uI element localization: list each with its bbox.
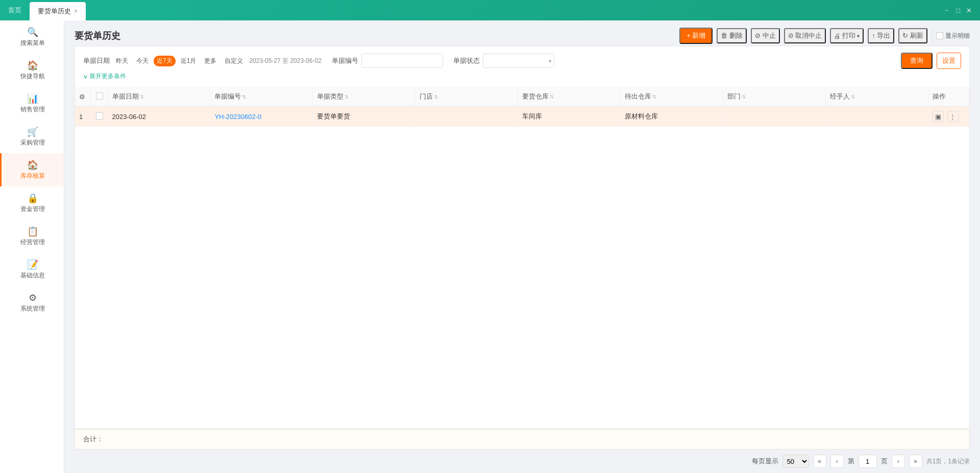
add-button[interactable]: + 新增 [679,28,713,44]
sort-type-icon: ⇅ [345,94,349,100]
main-layout: 🔍 搜索菜单 🏠 快捷导航 📊 销售管理 🛒 采购管理 🏠 库存核算 🔒 资金管… [0,20,980,473]
quick-nav-icon: 🏠 [27,61,38,70]
date-filter-group: 单据日期 昨天 今天 近7天 近1月 更多 自定义 2023-05-27 至 2… [83,56,322,66]
date-btn-today[interactable]: 今天 [133,56,152,66]
expand-more-label: 展开更多条件 [89,72,126,81]
sidebar-item-ops-mgmt[interactable]: 📋 经营管理 [0,220,64,253]
sidebar-item-quick-nav[interactable]: 🏠 快捷导航 [0,54,64,87]
last-page-btn[interactable]: » [909,455,922,468]
row-num: 1 [75,107,91,127]
refresh-button[interactable]: ↻ 刷新 [898,28,927,43]
minimize-btn[interactable]: － [943,6,950,15]
sort-pendwh-icon: ⇅ [652,94,656,100]
row-view-btn[interactable]: ▣ [933,111,944,122]
table-settings-icon[interactable]: ⚙ [79,93,85,101]
row-checkbox[interactable] [96,112,103,120]
display-detail-checkbox[interactable] [936,32,943,39]
toolbar-separator [932,31,932,40]
close-tab-icon[interactable]: × [74,8,78,15]
sort-reqwh-icon: ⇅ [550,94,554,100]
expand-more-btn[interactable]: ∨ 展开更多条件 [83,69,961,81]
toolbar: + 新增 🗑 删除 ⊘ 中止 ⊘ 取消中止 🖨 打印 ▾ ↑ 导出 ↻ 刷新 显… [679,28,970,44]
close-btn[interactable]: ✕ [966,7,972,14]
delete-button[interactable]: 🗑 删除 [717,28,747,43]
first-page-btn[interactable]: « [813,455,826,468]
sidebar-inventory-label: 库存核算 [20,172,45,180]
page-number-input[interactable] [859,455,877,468]
row-more-btn[interactable]: ⋮ [947,111,959,122]
page-title: 要货单历史 [75,30,120,42]
sidebar-sales-label: 销售管理 [20,105,45,114]
sidebar-search-menu-label: 搜索菜单 [20,39,45,48]
sales-icon: 📊 [27,94,38,103]
col-order-type[interactable]: 单据类型⇅ [313,87,415,107]
col-checkbox[interactable] [91,87,108,107]
query-button[interactable]: 查询 [901,53,933,69]
inventory-icon: 🏠 [27,160,38,170]
order-status-filter-group: 单据状态 ▾ [453,54,554,68]
order-no-input[interactable] [361,54,443,68]
top-bar: 首页 要货单历史 × － □ ✕ [0,0,980,20]
date-btn-1month[interactable]: 近1月 [178,56,200,66]
order-no-link[interactable]: YH-20230602-0 [214,113,261,121]
col-order-no[interactable]: 单据编号⇅ [210,87,313,107]
col-settings[interactable]: ⚙ [75,87,91,107]
ops-icon: 📋 [27,227,38,236]
sidebar-purchase-label: 采购管理 [20,138,45,147]
summary-label: 合计： [83,435,103,443]
row-checkbox-cell[interactable] [91,107,108,127]
date-filter-label: 单据日期 [83,56,110,65]
maximize-btn[interactable]: □ [956,7,960,14]
filter-bar: 单据日期 昨天 今天 近7天 近1月 更多 自定义 2023-05-27 至 2… [75,46,970,87]
filter-row-1: 单据日期 昨天 今天 近7天 近1月 更多 自定义 2023-05-27 至 2… [83,53,961,69]
sidebar-item-sales-mgmt[interactable]: 📊 销售管理 [0,87,64,120]
col-pend-warehouse[interactable]: 待出仓库⇅ [621,87,723,107]
col-req-warehouse[interactable]: 要货仓库⇅ [518,87,621,107]
print-button[interactable]: 🖨 打印 ▾ [830,28,864,43]
sidebar-item-search-menu[interactable]: 🔍 搜索菜单 [0,20,64,54]
sidebar-item-basic-info[interactable]: 📝 基础信息 [0,253,64,286]
col-handler[interactable]: 经手人⇅ [826,87,928,107]
col-store[interactable]: 门店⇅ [415,87,518,107]
pagination-bar: 每页显示 50 10 20 100 « ‹ 第 页 › » 共1页，1条记录 [64,450,980,473]
sidebar-item-purchase-mgmt[interactable]: 🛒 采购管理 [0,120,64,153]
sort-dept-icon: ⇅ [742,94,746,100]
sidebar-ops-label: 经营管理 [20,238,45,247]
sidebar-item-inventory[interactable]: 🏠 库存核算 [0,153,64,186]
table-header: ⚙ 单据日期⇅ 单据编号⇅ 单据类型⇅ 门店⇅ 要货仓库⇅ 待出仓库⇅ 部门⇅ … [75,87,969,107]
col-date[interactable]: 单据日期⇅ [108,87,210,107]
order-no-label: 单据编号 [332,56,358,65]
row-operations: ▣ ⋮ [928,107,969,127]
row-req-warehouse: 车间库 [518,107,621,127]
tab-home[interactable]: 首页 [0,0,30,20]
search-menu-icon: 🔍 [27,28,38,37]
display-detail-toggle[interactable]: 显示明细 [936,32,970,40]
sort-handler-icon: ⇅ [851,94,855,100]
print-dropdown-icon: ▾ [857,33,860,39]
page-suffix-label: 页 [881,457,888,466]
table-container: ⚙ 单据日期⇅ 单据编号⇅ 单据类型⇅ 门店⇅ 要货仓库⇅ 待出仓库⇅ 部门⇅ … [75,87,970,429]
sidebar-item-sys-mgmt[interactable]: ⚙ 系统管理 [0,286,64,319]
date-btn-more[interactable]: 更多 [201,56,219,66]
stop-button[interactable]: ⊘ 中止 [751,28,780,43]
page-size-select[interactable]: 50 10 20 100 [782,455,809,468]
export-button[interactable]: ↑ 导出 [868,28,894,43]
settings-button[interactable]: 设置 [937,53,961,69]
window-controls: － □ ✕ [943,6,980,15]
date-btn-yesterday[interactable]: 昨天 [113,56,131,66]
next-page-btn[interactable]: › [892,455,905,468]
col-dept[interactable]: 部门⇅ [723,87,826,107]
prev-page-btn[interactable]: ‹ [830,455,844,468]
select-all-checkbox[interactable] [96,92,103,100]
order-status-select[interactable] [483,54,554,68]
sidebar-item-asset-mgmt[interactable]: 🔒 资金管理 [0,186,64,220]
tab-home-label: 首页 [8,6,21,15]
date-btn-custom[interactable]: 自定义 [222,56,246,66]
date-btn-7days[interactable]: 近7天 [154,56,176,66]
tab-order-history[interactable]: 要货单历史 × [30,2,86,20]
total-info: 共1页，1条记录 [926,457,970,466]
cancel-stop-button[interactable]: ⊘ 取消中止 [784,28,826,43]
sidebar-quick-nav-label: 快捷导航 [20,72,45,81]
purchase-icon: 🛒 [27,127,38,136]
sort-orderno-icon: ⇅ [242,94,246,100]
